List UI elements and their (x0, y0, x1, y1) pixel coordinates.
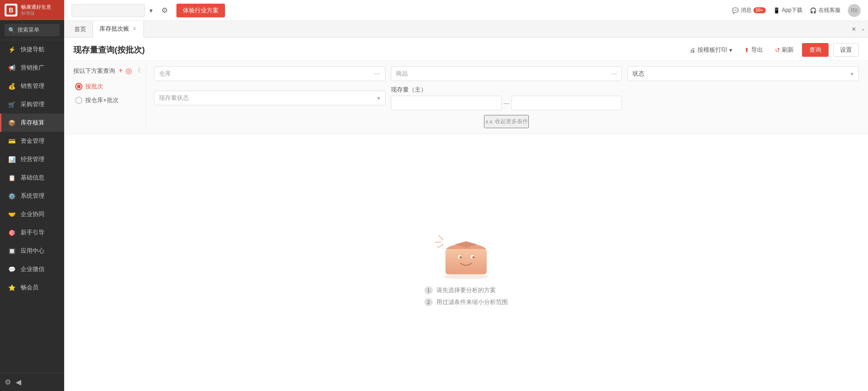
svg-rect-2 (445, 249, 487, 274)
footer-settings-button[interactable]: ⚙ (5, 378, 11, 386)
status-field: 状态 ▾ (627, 66, 859, 81)
stock-amount-sep: — (504, 100, 510, 107)
export-button[interactable]: ⬆ 导出 (741, 44, 767, 56)
sidebar-item-wechat[interactable]: 💬 企业微信 (0, 260, 64, 278)
stock-amount-label: 现存量（主） (391, 86, 622, 94)
search-area: 🔍 搜索菜单 (0, 20, 64, 40)
finance-icon: 💳 (8, 137, 16, 145)
query-button[interactable]: 查询 (802, 43, 829, 57)
filter-option-by-warehouse-batch[interactable]: 按仓库+批次 (73, 93, 141, 107)
nav-menu: ⚡ 快捷导航 📢 营销推广 💰 销售管理 🛒 采购管理 📦 库存核算 💳 资金管… (0, 40, 64, 373)
sidebar-item-member[interactable]: ⭐ 畅会员 (0, 278, 64, 297)
hint-1-num: 1 (424, 286, 433, 294)
stock-status-select[interactable]: 现存量状态 ▾ (154, 91, 385, 105)
search-icon: 🔍 (8, 27, 15, 33)
sidebar-item-marketing[interactable]: 📢 营销推广 (0, 59, 64, 77)
collapse-row: ∧∧ 收起更多条件 (154, 115, 859, 128)
app-download-icon: 📱 (773, 7, 780, 14)
marketing-icon: 📢 (8, 64, 16, 72)
sidebar-footer: ⚙ ◀ (0, 373, 64, 391)
print-button[interactable]: 🖨 按模板打印 ▾ (686, 44, 736, 56)
filter-scheme-sidebar: 按以下方案查询 + ◎ 《 按批次 按仓库+批次 (73, 66, 147, 128)
app-download-button[interactable]: 📱 App下载 (773, 6, 802, 14)
user-avatar-button[interactable]: Rit (848, 4, 861, 17)
svg-point-0 (443, 274, 489, 279)
messages-button[interactable]: 💬 消息 99+ (732, 6, 766, 14)
stock-amount-to[interactable] (511, 96, 622, 110)
print-icon: 🖨 (690, 47, 696, 54)
stock-amount-from[interactable] (391, 96, 502, 110)
refresh-button[interactable]: ↺ 刷新 (771, 44, 797, 56)
tabbar: 首页 库存批次账 × × » (64, 21, 868, 38)
tab-home[interactable]: 首页 (68, 21, 93, 38)
add-scheme-icon[interactable]: + (119, 66, 123, 75)
stock-status-field: 现存量状态 ▾ (154, 91, 385, 105)
app-version: 标准版 (21, 10, 51, 16)
warehouse-dots[interactable]: ··· (374, 70, 380, 78)
sidebar-item-enterprise[interactable]: 🤝 企业协同 (0, 205, 64, 223)
stock-status-chevron: ▾ (377, 95, 380, 102)
empty-state: 1 请先选择要分析的方案 2 用过滤条件来缩小分析范围 (64, 134, 868, 391)
by-warehouse-batch-radio (75, 97, 82, 104)
page-actions: 🖨 按模板打印 ▾ ⬆ 导出 ↺ 刷新 查询 设置 (686, 43, 859, 57)
footer-collapse-button[interactable]: ◀ (16, 378, 21, 386)
online-service-button[interactable]: 🎧 在线客服 (810, 6, 841, 14)
tab-right-arrow[interactable]: » (862, 27, 864, 32)
avatar: Rit (848, 4, 861, 17)
search-menu-button[interactable]: 🔍 搜索菜单 (5, 24, 60, 36)
basic-icon: 📋 (8, 174, 16, 182)
sidebar-item-guide[interactable]: 🎯 新手引导 (0, 223, 64, 242)
svg-point-6 (472, 256, 475, 258)
sidebar-item-basic[interactable]: 📋 基础信息 (0, 168, 64, 187)
topbar-right: 💬 消息 99+ 📱 App下载 🎧 在线客服 Rit (732, 4, 861, 17)
topbar-dropdown-button[interactable]: ▾ (149, 7, 153, 14)
sidebar-item-app-center[interactable]: 🔲 应用中心 (0, 242, 64, 260)
tab-inventory-batch[interactable]: 库存批次账 × (93, 21, 144, 38)
sidebar-item-sales[interactable]: 💰 销售管理 (0, 77, 64, 95)
sidebar-header: B 畅康通好生意 标准版 (0, 0, 64, 20)
settings-button[interactable]: 设置 (833, 43, 859, 57)
svg-line-7 (439, 235, 443, 240)
scheme-settings-icon[interactable]: ◎ (126, 66, 132, 75)
sidebar-item-system[interactable]: ⚙️ 系统管理 (0, 187, 64, 205)
enterprise-icon: 🤝 (8, 210, 16, 218)
status-chevron: ▾ (851, 71, 854, 77)
product-dots[interactable]: ··· (611, 70, 617, 78)
stock-amount-range: — (391, 96, 622, 110)
message-icon: 💬 (732, 7, 739, 14)
product-input[interactable]: 商品 ··· (391, 66, 622, 81)
quick-nav-icon: ⚡ (8, 45, 16, 54)
warehouse-input[interactable]: 仓库 ··· (154, 66, 385, 81)
tab-close-all-button[interactable]: × (848, 25, 860, 33)
hint-2: 2 用过滤条件来缩小分析范围 (424, 298, 508, 306)
by-batch-radio (75, 83, 82, 90)
empty-illustration (434, 219, 498, 279)
tab-close-button[interactable]: × (132, 25, 137, 33)
collapse-up-icon: ∧∧ (485, 119, 493, 125)
operation-icon: 📊 (8, 155, 16, 163)
sidebar-item-quick-nav[interactable]: ⚡ 快捷导航 (0, 40, 64, 59)
topbar-gear-button[interactable]: ⚙ (157, 3, 172, 18)
app-logo: B (5, 4, 17, 16)
page-header: 现存量查询(按批次) 🖨 按模板打印 ▾ ⬆ 导出 ↺ 刷新 查询 设置 (64, 38, 868, 61)
logo-icon: B (6, 5, 16, 15)
filter-option-by-batch[interactable]: 按批次 (73, 80, 141, 93)
sidebar-item-finance[interactable]: 💳 资金管理 (0, 132, 64, 150)
trial-button[interactable]: 体验行业方案 (176, 4, 225, 17)
inventory-icon: 📦 (8, 119, 16, 127)
main-content: ▾ ⚙ 体验行业方案 💬 消息 99+ 📱 App下载 🎧 在线客服 Rit (64, 0, 868, 391)
sidebar-item-operation[interactable]: 📊 经营管理 (0, 150, 64, 168)
topbar-search-field[interactable] (71, 4, 145, 17)
hint-2-num: 2 (424, 298, 433, 306)
empty-svg (434, 219, 498, 279)
status-select[interactable]: 状态 ▾ (627, 66, 859, 81)
page-content: 现存量查询(按批次) 🖨 按模板打印 ▾ ⬆ 导出 ↺ 刷新 查询 设置 (64, 38, 868, 391)
print-dropdown-icon: ▾ (729, 47, 732, 54)
sidebar-item-purchase[interactable]: 🛒 采购管理 (0, 95, 64, 114)
scheme-collapse-icon[interactable]: 《 (135, 66, 141, 75)
hint-1: 1 请先选择要分析的方案 (424, 286, 508, 294)
svg-point-5 (460, 256, 462, 258)
app-name: 畅康通好生意 (21, 4, 51, 10)
sidebar-item-inventory[interactable]: 📦 库存核算 (0, 114, 64, 132)
collapse-button[interactable]: ∧∧ 收起更多条件 (484, 115, 529, 128)
